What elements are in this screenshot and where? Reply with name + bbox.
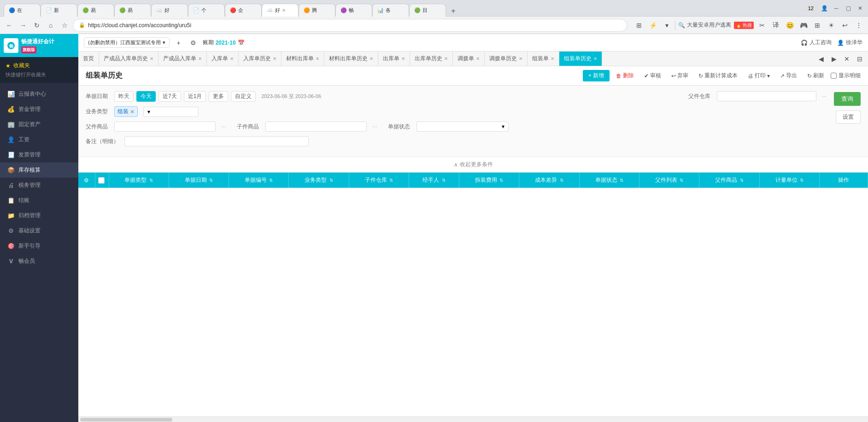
maximize-button[interactable]: ▢: [844, 4, 852, 12]
parent-warehouse-more[interactable]: ···: [822, 93, 827, 99]
table-col-type[interactable]: 单据类型 ⇅: [109, 173, 169, 188]
browser-tab-10[interactable]: 🟣畅: [335, 4, 372, 17]
tab-outbound-history[interactable]: 出库单历史 ✕: [410, 52, 453, 66]
filter-settings-button[interactable]: 设置: [836, 110, 861, 124]
child-goods-input[interactable]: [265, 121, 367, 132]
sidebar-item-tax[interactable]: 🖨 税务管理: [0, 178, 78, 193]
tab-close-12[interactable]: ✕: [593, 56, 597, 61]
browser-tab-close-8[interactable]: ✕: [282, 8, 286, 13]
tab-close-11[interactable]: ✕: [551, 56, 554, 61]
tab-product-inbound[interactable]: 产成品入库单 ✕: [158, 52, 207, 66]
tab-close-all[interactable]: ✕: [841, 53, 852, 64]
delete-button[interactable]: 🗑 删除: [612, 70, 638, 81]
date-btn-more[interactable]: 更多: [209, 91, 228, 102]
table-col-checkbox[interactable]: [95, 173, 109, 188]
search-area[interactable]: 🔍 大量安卓用户逃离: [678, 21, 731, 29]
horizontal-scrollbar[interactable]: [78, 416, 868, 422]
translate-icon[interactable]: 译: [770, 20, 781, 31]
tab-home[interactable]: 首页: [78, 52, 99, 66]
company-selector[interactable]: (勿删勿禁用）江西服宝测试专用 ▾: [84, 37, 170, 48]
tab-assembly-history[interactable]: 组装单历史 ✕: [559, 52, 602, 66]
note-input[interactable]: [124, 136, 309, 146]
sidebar-item-finance[interactable]: 💰 资金管理: [0, 102, 78, 117]
menu-button[interactable]: ⋮: [853, 20, 864, 31]
date-btn-7days[interactable]: 近7天: [158, 91, 181, 102]
recalculate-button[interactable]: ↻ 重新计算成本: [695, 70, 741, 81]
tab-close-1[interactable]: ✕: [150, 56, 153, 61]
browser-tab-3[interactable]: 🟢易: [77, 4, 114, 17]
table-col-number[interactable]: 单据编号 ⇅: [229, 173, 289, 188]
grid-button[interactable]: ⊞: [633, 20, 645, 31]
sidebar-item-settings[interactable]: ⚙ 基础设置: [0, 223, 78, 238]
audit-button[interactable]: ✔ 审核: [640, 70, 665, 81]
minimize-button[interactable]: ─: [832, 4, 840, 12]
tab-outbound[interactable]: 出库单 ✕: [378, 52, 410, 66]
tab-close-8[interactable]: ✕: [444, 56, 448, 61]
browser-tab-6[interactable]: 📄个: [188, 4, 225, 17]
tab-close-4[interactable]: ✕: [273, 56, 276, 61]
sidebar-favorites[interactable]: ★ 收藏夹 快捷键打开收藏夹: [0, 57, 78, 83]
tab-close-9[interactable]: ✕: [476, 56, 480, 61]
business-tag[interactable]: 组装 ✕: [114, 106, 138, 117]
sidebar-item-cloud-reports[interactable]: 📊 云报表中心: [0, 87, 78, 102]
table-col-business[interactable]: 业务类型 ⇅: [289, 173, 349, 188]
scissors-icon[interactable]: ✂: [757, 20, 768, 31]
query-button[interactable]: 查询: [834, 92, 861, 106]
child-goods-more[interactable]: ···: [372, 123, 377, 130]
tab-material-outbound[interactable]: 材料出库单 ✕: [282, 52, 324, 66]
tab-close-10[interactable]: ✕: [519, 56, 522, 61]
user-menu[interactable]: 👤 徐泽华: [837, 39, 862, 46]
table-col-unit[interactable]: 计量单位 ⇅: [759, 173, 819, 188]
address-bar[interactable]: 🔒 https://cloud.chanjet.com/accounting/u…: [73, 19, 627, 32]
table-col-date[interactable]: 单据日期 ⇅: [169, 173, 229, 188]
service-button[interactable]: 🎧 人工咨询: [801, 39, 832, 46]
export-button[interactable]: ↗ 导出: [776, 70, 801, 81]
browser-tab-9[interactable]: 🟠腾: [299, 4, 335, 17]
date-btn-today[interactable]: 今天: [136, 91, 156, 102]
browser-tab-4[interactable]: 🟢易: [114, 4, 151, 17]
tag-close-icon[interactable]: ✕: [130, 109, 135, 115]
table-col-parent-list[interactable]: 父件列表 ⇅: [639, 173, 699, 188]
browser-tab-5[interactable]: ☁️好: [151, 4, 188, 17]
game-icon[interactable]: 🎮: [798, 20, 809, 31]
tab-close-5[interactable]: ✕: [316, 56, 319, 61]
tab-scroll-right[interactable]: ▶: [828, 53, 839, 64]
tab-transfer[interactable]: 调拨单 ✕: [453, 52, 485, 66]
reload-button[interactable]: ↻: [31, 20, 42, 31]
table-col-settings[interactable]: ⚙: [78, 173, 95, 188]
tab-material-outbound-history[interactable]: 材料出库单历史 ✕: [324, 52, 378, 66]
table-col-status[interactable]: 单据状态 ⇅: [579, 173, 639, 188]
sidebar-item-invoice[interactable]: 🧾 发票管理: [0, 147, 78, 162]
status-dropdown[interactable]: ▾: [416, 121, 509, 132]
browser-tab-11[interactable]: 📊各: [372, 4, 409, 17]
browser-tab-7[interactable]: 🔴企: [225, 4, 262, 17]
tab-inbound[interactable]: 入库单 ✕: [207, 52, 239, 66]
browser-tab-12[interactable]: 🟢目: [409, 4, 446, 17]
print-button[interactable]: 🖨 打印 ▾: [744, 70, 774, 81]
sidebar-item-salary[interactable]: 👤 工资: [0, 132, 78, 147]
add-company-button[interactable]: +: [173, 37, 184, 48]
business-dropdown[interactable]: ▾: [143, 107, 199, 117]
parent-warehouse-input[interactable]: [717, 91, 816, 101]
date-btn-1month[interactable]: 近1月: [184, 91, 206, 102]
home-button[interactable]: ⌂: [45, 20, 56, 31]
refresh-button[interactable]: ↻ 刷新: [803, 70, 828, 81]
tab-assembly[interactable]: 组装单 ✕: [528, 52, 559, 66]
lightning-button[interactable]: ⚡: [647, 20, 658, 31]
undo-icon[interactable]: ↩: [839, 20, 850, 31]
select-all-checkbox[interactable]: [98, 177, 105, 184]
close-button[interactable]: ✕: [856, 4, 864, 12]
dropdown-button[interactable]: ▾: [661, 20, 672, 31]
show-detail-checkbox[interactable]: [831, 73, 837, 79]
table-col-cost-diff[interactable]: 成本差异 ⇅: [519, 173, 579, 188]
sun-icon[interactable]: ☀: [826, 20, 837, 31]
profile-icon[interactable]: 👤: [820, 4, 828, 12]
sidebar-item-archive[interactable]: 📁 归档管理: [0, 208, 78, 223]
table-col-child-warehouse[interactable]: 子件仓库 ⇅: [349, 173, 409, 188]
emoji-icon[interactable]: 😊: [784, 20, 795, 31]
tab-close-3[interactable]: ✕: [230, 56, 234, 61]
column-settings-icon[interactable]: ⚙: [84, 177, 89, 184]
forward-button[interactable]: →: [18, 20, 29, 31]
date-btn-custom[interactable]: 自定义: [231, 91, 256, 102]
show-detail-checkbox-container[interactable]: 显示明细: [831, 72, 861, 80]
